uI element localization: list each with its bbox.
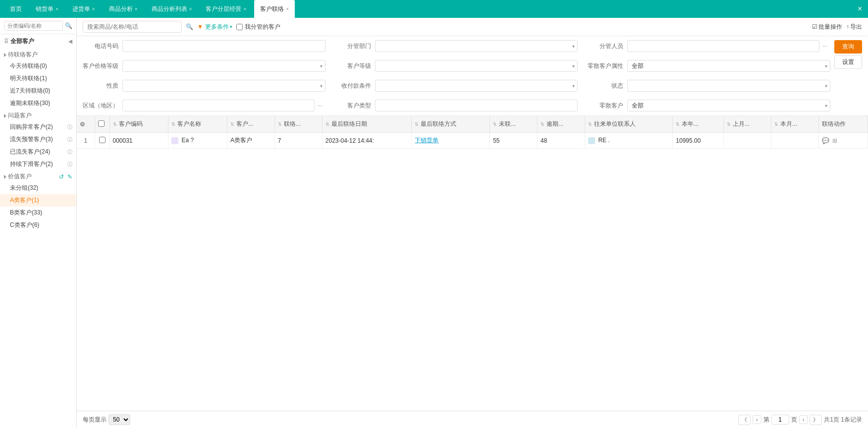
payment-select-container: ▾ — [375, 80, 578, 92]
sidebar-item-a-class[interactable]: A类客户(1) — [0, 194, 76, 207]
row-last-contact-date: 2023-04-12 14:44: — [322, 133, 412, 149]
nav-purchase[interactable]: 进货单 × — [66, 0, 101, 18]
close-segment-tab[interactable]: × — [243, 6, 246, 12]
retail-attr-select[interactable]: 全部 — [627, 60, 830, 72]
row-last-month — [723, 133, 771, 149]
my-customers-checkbox-label[interactable]: 我分管的客户 — [236, 23, 280, 31]
nav-customer-contact[interactable]: 客户联络 × — [254, 0, 295, 18]
nav-home[interactable]: 首页 — [4, 0, 28, 18]
retail-customer-select[interactable]: 全部 — [627, 100, 830, 111]
manager-input[interactable] — [627, 40, 819, 52]
export-icon: ↑ — [846, 23, 849, 30]
sidebar-item-churned[interactable]: 已流失客户(24) ⓘ — [0, 146, 76, 158]
payment-field: 收付款条件 ▾ — [335, 80, 578, 92]
sidebar-search-input[interactable] — [4, 21, 63, 31]
region-field: 区域（地区） ··· — [83, 100, 326, 111]
nature-select-container: ▾ — [122, 80, 326, 92]
row-contact-person: RE . — [585, 133, 673, 149]
price-grade-select[interactable] — [122, 60, 326, 72]
filter-search-button[interactable]: 🔍 — [186, 23, 193, 30]
nature-select[interactable] — [122, 80, 326, 92]
sidebar-item-c-class[interactable]: C类客户(6) — [0, 219, 76, 231]
query-button[interactable]: 查询 — [834, 40, 862, 54]
export-btn[interactable]: ↑ 导出 — [846, 23, 862, 31]
payment-select[interactable] — [375, 80, 578, 92]
filter-bar: 🔍 ▼ 更多条件 ▾ 我分管的客户 ☑ 批量操作 ↑ 导出 — [77, 18, 868, 36]
contact-type-link[interactable]: 下销货单 — [415, 137, 438, 144]
my-customers-checkbox[interactable] — [236, 24, 243, 30]
dept-field: 分管部门 ▾ — [335, 40, 578, 52]
sidebar-search-icon[interactable]: 🔍 — [65, 22, 72, 29]
col-code: ⇅客户编码 — [109, 116, 168, 133]
next-page-btn[interactable]: › — [799, 415, 808, 424]
customer-type-input[interactable] — [375, 100, 578, 111]
main-layout: 🔍 ⠿ 全部客户 ◀ 待联络客户 今天待联络(0) 明天待联络(1) 近7天待联… — [0, 18, 868, 428]
collapse-icon: ◀ — [68, 39, 72, 44]
sidebar-item-today[interactable]: 今天待联络(0) — [0, 60, 76, 72]
page-size-select[interactable]: 50 — [108, 414, 130, 425]
gear-icon[interactable]: ⚙ — [80, 121, 85, 128]
close-product-list-tab[interactable]: × — [189, 6, 192, 12]
data-table-container: ⚙ ⇅客户编码 ⇅客户名称 ⇅客户... — [77, 116, 868, 411]
manager-more-btn[interactable]: ··· — [819, 41, 830, 52]
status-select[interactable] — [627, 80, 830, 92]
price-grade-field: 客户价格等级 ▾ — [83, 60, 326, 72]
nav-product-analysis[interactable]: 商品分析 × — [103, 0, 144, 18]
edit-icon[interactable]: ✎ — [67, 173, 72, 180]
sidebar-item-b-class[interactable]: B类客户(33) — [0, 207, 76, 219]
close-product-analysis-tab[interactable]: × — [135, 6, 138, 12]
prev-page-btn[interactable]: ‹ — [753, 415, 761, 424]
region-more-btn[interactable]: ··· — [315, 100, 326, 111]
dept-select[interactable] — [375, 40, 578, 52]
close-sales-tab[interactable]: × — [55, 6, 58, 12]
customer-grade-select[interactable] — [375, 60, 578, 72]
sidebar-item-overdue[interactable]: 逾期未联络(30) — [0, 97, 76, 109]
status-select-container: ▾ — [627, 80, 830, 92]
refresh-icon[interactable]: ↺ — [59, 173, 64, 180]
close-all-tabs[interactable]: × — [858, 4, 862, 13]
batch-operation-btn[interactable]: ☑ 批量操作 — [812, 23, 842, 31]
sidebar-item-ungrouped[interactable]: 未分组(32) — [0, 182, 76, 194]
row-this-month — [771, 133, 818, 149]
all-customers-label: 全部客户 — [10, 37, 34, 46]
message-icon[interactable]: 💬 — [822, 137, 829, 144]
page-number-input[interactable] — [771, 415, 789, 425]
region-input[interactable] — [122, 100, 315, 111]
sidebar-item-abnormal[interactable]: 回购异常客户(2) ⓘ — [0, 121, 76, 133]
row-last-contact-type: 下销货单 — [412, 133, 490, 149]
col-contact-person: ⇅往来单位联系人 — [585, 116, 673, 133]
row-contact-person-text: RE . — [598, 137, 609, 144]
select-all-checkbox[interactable] — [98, 120, 105, 127]
close-contact-tab[interactable]: × — [286, 6, 289, 12]
col-customer-type: ⇅客户... — [227, 116, 274, 133]
phone-input[interactable] — [122, 40, 326, 52]
nav-customer-segment[interactable]: 客户分层经营 × — [200, 0, 252, 18]
first-page-btn[interactable]: 《 — [738, 415, 751, 425]
settings-button[interactable]: 设置 — [834, 55, 862, 69]
all-customers-header[interactable]: ⠿ 全部客户 ◀ — [0, 34, 76, 49]
chevron-down-icon: ▾ — [230, 24, 232, 29]
row-overdue: 48 — [538, 133, 585, 149]
col-gear: ⚙ — [77, 116, 95, 133]
sidebar-item-7days[interactable]: 近7天待联络(0) — [0, 85, 76, 97]
triangle-right-icon3 — [4, 175, 6, 179]
filter-actions: ☑ 批量操作 ↑ 导出 — [812, 23, 862, 31]
sidebar-item-declining[interactable]: 持续下滑客户(2) ⓘ — [0, 158, 76, 170]
status-label: 状态 — [588, 82, 627, 90]
more-conditions-btn[interactable]: ▼ 更多条件 ▾ — [197, 23, 232, 31]
col-checkbox — [95, 116, 109, 133]
last-page-btn[interactable]: 》 — [810, 415, 822, 425]
nav-product-analysis-list[interactable]: 商品分析列表 × — [146, 0, 198, 18]
price-grade-select-container: ▾ — [122, 60, 326, 72]
nav-sales[interactable]: 销货单 × — [30, 0, 64, 18]
close-purchase-tab[interactable]: × — [92, 6, 95, 12]
col-last-contact-date: ⇅最后联络日期 — [322, 116, 412, 133]
grid-icon[interactable]: ⊞ — [832, 137, 837, 144]
sidebar-item-churn-warning[interactable]: 流失预警客户(3) ⓘ — [0, 133, 76, 146]
filter-search-input[interactable] — [83, 21, 182, 33]
row-this-year: 10995.00 — [673, 133, 724, 149]
dept-select-container: ▾ — [375, 40, 578, 52]
sidebar-item-tomorrow[interactable]: 明天待联络(1) — [0, 72, 76, 85]
row-checkbox-cell — [95, 133, 109, 149]
row-checkbox[interactable] — [99, 137, 106, 143]
